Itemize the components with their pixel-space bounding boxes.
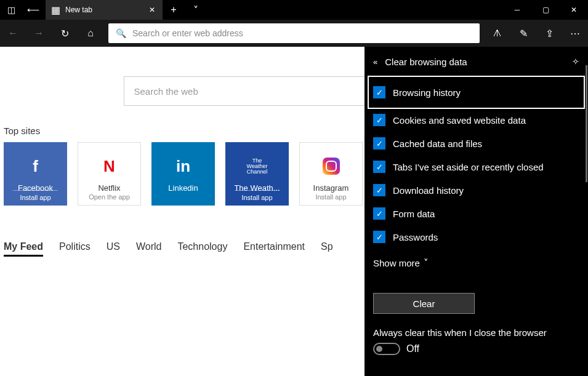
checkbox-icon: ✓ — [373, 207, 385, 220]
weather-channel-icon: TheWeatherChannel — [246, 155, 268, 177]
feed-tab-world[interactable]: World — [136, 241, 162, 257]
tile-label: Instagram — [313, 183, 349, 193]
checkbox-label: Browsing history — [393, 87, 461, 98]
tabs-aside-icon[interactable]: ◫ — [0, 0, 22, 20]
checkbox-icon: ✓ — [373, 114, 385, 126]
titlebar-left: ◫ ⟵ ▦ New tab ✕ + ˅ — [0, 0, 207, 20]
show-more-label: Show more — [373, 258, 420, 268]
clear-browsing-data-panel: « Clear browsing data ✧ ✓ Browsing histo… — [364, 47, 588, 376]
refresh-button[interactable]: ↻ — [52, 20, 78, 47]
tile-action: Open the app — [89, 193, 130, 201]
always-clear-toggle-row: Off — [364, 338, 588, 355]
browser-tab[interactable]: ▦ New tab ✕ — [46, 0, 163, 20]
checkbox-icon: ✓ — [373, 184, 385, 196]
search-icon: 🔍 — [116, 28, 126, 38]
minimize-button[interactable]: ─ — [503, 0, 531, 20]
checkbox-icon: ✓ — [373, 231, 385, 243]
checkbox-label: Download history — [393, 185, 464, 196]
always-clear-label: Always clear this when I close the brows… — [364, 314, 588, 338]
web-search-placeholder: Search the web — [134, 86, 198, 97]
close-tab-icon[interactable]: ✕ — [147, 6, 158, 14]
forward-button[interactable]: → — [26, 20, 52, 47]
titlebar: ◫ ⟵ ▦ New tab ✕ + ˅ ─ ▢ ✕ — [0, 0, 588, 20]
checkbox-form-data[interactable]: ✓ Form data — [364, 202, 588, 225]
clear-button-label: Clear — [413, 298, 435, 309]
toggle-knob — [376, 346, 382, 352]
back-button[interactable]: ← — [0, 20, 26, 47]
checkbox-tabs-aside[interactable]: ✓ Tabs I've set aside or recently closed — [364, 155, 588, 178]
maximize-button[interactable]: ▢ — [531, 0, 560, 20]
scrollbar[interactable] — [586, 65, 587, 182]
pin-icon[interactable]: ✧ — [572, 57, 579, 66]
tile-label: Linkedin — [168, 183, 198, 193]
tile-weather[interactable]: TheWeatherChannel The Weath... Install a… — [225, 142, 289, 206]
tile-action: Install app — [13, 190, 57, 201]
feed-tab-sports[interactable]: Sp — [321, 241, 333, 257]
tile-instagram[interactable]: Instagram Install app — [299, 142, 363, 206]
share-icon[interactable]: ⇪ — [536, 20, 562, 47]
tile-facebook[interactable]: f Facebook Install app — [4, 142, 67, 206]
show-more-button[interactable]: Show more ˅ — [364, 249, 588, 268]
toggle-state-label: Off — [406, 343, 419, 354]
chevron-down-icon: ˅ — [424, 257, 429, 268]
tab-favicon: ▦ — [50, 5, 60, 15]
panel-back-icon[interactable]: « — [373, 57, 377, 66]
more-icon[interactable]: ⋯ — [562, 20, 588, 47]
tile-netflix[interactable]: N Netflix Open the app — [78, 142, 141, 206]
window-controls: ─ ▢ ✕ — [503, 0, 588, 20]
panel-title: Clear browsing data — [385, 57, 467, 67]
checkbox-passwords[interactable]: ✓ Passwords — [364, 225, 588, 249]
close-window-button[interactable]: ✕ — [560, 0, 588, 20]
always-clear-toggle[interactable] — [373, 343, 400, 355]
address-bar[interactable]: 🔍 Search or enter web address — [108, 23, 480, 43]
favorites-icon[interactable]: ⩚ — [485, 20, 510, 47]
tab-title: New tab — [65, 6, 147, 14]
checkbox-label: Passwords — [393, 232, 438, 242]
feed-tab-politics[interactable]: Politics — [59, 241, 91, 257]
home-button[interactable]: ⌂ — [78, 20, 103, 47]
tabs-preview-icon[interactable]: ⟵ — [22, 0, 44, 20]
checkbox-cookies[interactable]: ✓ Cookies and saved website data — [364, 108, 588, 132]
tile-action: Install app — [315, 193, 346, 201]
checkbox-label: Tabs I've set aside or recently closed — [393, 162, 544, 172]
checkbox-icon: ✓ — [373, 137, 385, 150]
checkbox-icon: ✓ — [373, 161, 385, 173]
new-tab-button[interactable]: + — [163, 4, 185, 15]
tile-linkedin[interactable]: in Linkedin — [151, 142, 215, 206]
panel-header: « Clear browsing data ✧ — [364, 47, 588, 76]
tile-label: Netflix — [98, 183, 120, 193]
linkedin-icon: in — [172, 155, 195, 177]
facebook-icon: f — [25, 155, 47, 177]
feed-tab-technology[interactable]: Technology — [177, 241, 227, 257]
checkbox-label: Cookies and saved website data — [393, 115, 526, 126]
checkbox-label: Cached data and files — [393, 138, 482, 149]
checkbox-icon: ✓ — [373, 86, 385, 98]
toolbar: ← → ↻ ⌂ 🔍 Search or enter web address ⩚ … — [0, 20, 588, 47]
notes-icon[interactable]: ✎ — [510, 20, 536, 47]
feed-tab-us[interactable]: US — [107, 241, 120, 257]
tile-action: Install app — [235, 190, 279, 201]
clear-button[interactable]: Clear — [373, 293, 475, 314]
netflix-icon: N — [99, 155, 121, 177]
checkbox-browsing-history[interactable]: ✓ Browsing history — [368, 76, 584, 108]
address-placeholder: Search or enter web address — [132, 28, 243, 38]
feed-tab-entertainment[interactable]: Entertainment — [243, 241, 305, 257]
checkbox-cached[interactable]: ✓ Cached data and files — [364, 132, 588, 155]
checkbox-download-history[interactable]: ✓ Download history — [364, 178, 588, 202]
feed-tab-myfeed[interactable]: My Feed — [4, 241, 43, 257]
checkbox-label: Form data — [393, 209, 435, 219]
tab-dropdown-icon[interactable]: ˅ — [185, 4, 207, 16]
instagram-icon — [320, 155, 342, 177]
